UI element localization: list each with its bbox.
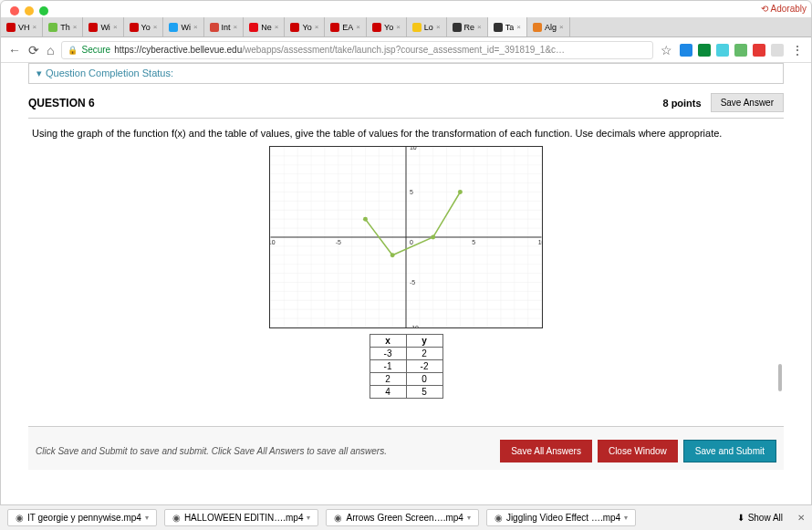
close-tab-icon[interactable]: × (559, 23, 564, 31)
chevron-down-icon[interactable]: ▾ (624, 514, 628, 522)
close-tab-icon[interactable]: × (396, 23, 401, 31)
tab-label: Lo (424, 23, 433, 32)
close-tab-icon[interactable]: × (315, 23, 319, 31)
close-tab-icon[interactable]: × (234, 23, 238, 31)
close-tab-icon[interactable]: × (356, 23, 360, 31)
maximize-window-icon[interactable] (39, 6, 48, 16)
close-tab-icon[interactable]: × (436, 23, 441, 31)
close-window-button[interactable]: Close Window (598, 440, 678, 462)
close-tab-icon[interactable]: × (153, 23, 158, 31)
question-body: Using the graph of the function f(x) and… (28, 119, 784, 408)
ext-icon-4[interactable] (734, 44, 747, 57)
table-header: y (406, 335, 442, 348)
favicon (48, 23, 57, 32)
question-prompt: Using the graph of the function f(x) and… (32, 128, 780, 139)
download-item[interactable]: ◉IT georgie y pennywise.mp4▾ (7, 509, 157, 526)
table-header: x (370, 335, 406, 348)
status-label: Question Completion Status: (46, 68, 173, 78)
url-text: https://cyberactive.bellevue.edu/webapps… (114, 45, 565, 55)
download-item[interactable]: ◉HALLOWEEN EDITIN….mp4▾ (164, 509, 319, 526)
tab-label: Re (464, 23, 475, 32)
menu-icon[interactable]: ⋮ (791, 43, 804, 57)
file-icon: ◉ (494, 513, 503, 523)
close-tab-icon[interactable]: × (113, 23, 118, 31)
ext-icon-2[interactable] (698, 44, 711, 57)
scrollbar-thumb[interactable] (778, 364, 782, 391)
browser-tab[interactable]: Wi× (83, 17, 123, 36)
window-controls (1, 1, 811, 17)
favicon (169, 23, 178, 32)
svg-text:5: 5 (472, 239, 475, 245)
ext-label: Adorably (771, 4, 807, 14)
tab-label: Alg (545, 23, 557, 32)
browser-tab[interactable]: EA× (325, 17, 367, 36)
browser-tab[interactable]: Int× (204, 17, 245, 36)
favicon (130, 23, 139, 32)
table-cell: -1 (370, 360, 406, 373)
svg-point-54 (390, 253, 395, 257)
browser-tab[interactable]: Yo× (367, 17, 407, 36)
ext-icon-3[interactable] (716, 44, 729, 57)
ext-icon-1[interactable] (680, 44, 692, 57)
footer-hint: Click Save and Submit to save and submit… (36, 446, 387, 456)
browser-tab[interactable]: Yo× (285, 17, 325, 36)
close-downloads-icon[interactable]: ✕ (797, 513, 805, 523)
file-icon: ◉ (16, 513, 24, 523)
close-tab-icon[interactable]: × (73, 23, 78, 31)
download-filename: HALLOWEEN EDITIN….mp4 (184, 513, 304, 523)
tab-label: Yo (141, 23, 151, 32)
completion-status-bar[interactable]: ▾Question Completion Status: (28, 63, 784, 84)
download-item[interactable]: ◉Arrows Green Screen….mp4▾ (326, 509, 478, 526)
browser-tab[interactable]: Re× (447, 17, 488, 36)
home-icon[interactable]: ⌂ (47, 43, 54, 57)
lock-icon: 🔒 (68, 46, 78, 55)
ext-icon-5[interactable] (753, 44, 765, 57)
browser-tab[interactable]: Lo× (407, 17, 447, 36)
download-item[interactable]: ◉Jiggling Video Effect ….mp4▾ (486, 509, 636, 526)
browser-tab[interactable]: Wi× (163, 17, 203, 36)
browser-tab[interactable]: Alg× (527, 17, 570, 36)
download-filename: Jiggling Video Effect ….mp4 (506, 513, 620, 523)
show-all-downloads[interactable]: ⬇ Show All (737, 513, 783, 523)
browser-tab[interactable]: Ne× (244, 17, 285, 36)
table-cell: 5 (406, 386, 442, 399)
reload-icon[interactable]: ⟳ (28, 43, 39, 57)
close-tab-icon[interactable]: × (33, 23, 37, 31)
extension-badge[interactable]: ⟲ Adorably (761, 4, 807, 14)
save-answer-button[interactable]: Save Answer (711, 93, 784, 112)
ext-icon-6[interactable] (771, 44, 784, 57)
browser-tab[interactable]: Ta× (488, 17, 527, 36)
close-tab-icon[interactable]: × (516, 23, 521, 31)
close-window-icon[interactable] (10, 6, 19, 16)
tab-label: Yo (302, 23, 311, 32)
back-icon[interactable]: ← (8, 43, 21, 57)
svg-text:-10: -10 (270, 239, 276, 245)
values-table: xy-32-1-22045 (370, 334, 443, 399)
tab-label: Int (222, 23, 231, 32)
close-tab-icon[interactable]: × (193, 23, 198, 31)
question-title: QUESTION 6 (28, 97, 95, 109)
close-tab-icon[interactable]: × (477, 23, 482, 31)
save-all-answers-button[interactable]: Save All Answers (500, 440, 592, 462)
close-tab-icon[interactable]: × (275, 23, 279, 31)
svg-text:-5: -5 (410, 279, 415, 286)
tab-label: Wi (100, 23, 110, 32)
browser-tab[interactable]: Yo× (124, 17, 164, 36)
download-filename: Arrows Green Screen….mp4 (346, 513, 463, 523)
chevron-down-icon[interactable]: ▾ (307, 514, 310, 522)
star-icon[interactable]: ☆ (661, 43, 672, 57)
chevron-down-icon[interactable]: ▾ (467, 514, 471, 522)
save-and-submit-button[interactable]: Save and Submit (683, 440, 776, 462)
browser-tab[interactable]: Th× (43, 17, 83, 36)
favicon (88, 23, 98, 32)
svg-text:10: 10 (410, 147, 417, 151)
svg-text:10: 10 (538, 239, 542, 245)
address-bar[interactable]: 🔒 Secure https://cyberactive.bellevue.ed… (61, 41, 653, 59)
browser-tab[interactable]: VH× (1, 17, 43, 36)
table-cell: -2 (406, 360, 442, 373)
table-row: -32 (370, 348, 442, 360)
chevron-down-icon: ▾ (36, 68, 42, 78)
chevron-down-icon[interactable]: ▾ (145, 514, 149, 522)
download-filename: IT georgie y pennywise.mp4 (27, 513, 141, 523)
minimize-window-icon[interactable] (25, 6, 34, 16)
